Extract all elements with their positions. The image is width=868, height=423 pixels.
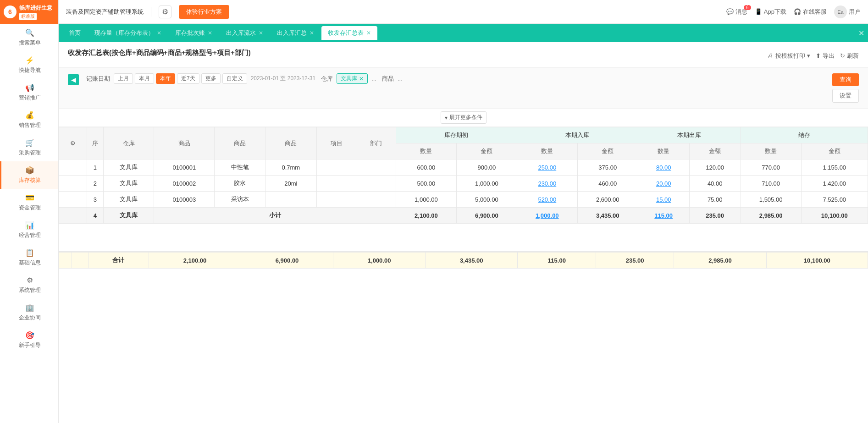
filter-warehouse-row: 仓库 文具库 ✕ ... [321, 73, 376, 84]
total-bal-amt: 10,100.00 [766, 253, 868, 269]
tab-receive-summary[interactable]: 收发存汇总表 ✕ [321, 26, 377, 40]
refresh-button[interactable]: ↻ 刷新 [840, 52, 859, 60]
inventory-icon: 📦 [25, 166, 34, 175]
row-out-qty[interactable]: 15.00 [638, 192, 689, 208]
date-btn-this-month[interactable]: 本月 [135, 73, 154, 84]
phone-icon: 📱 [755, 8, 762, 15]
goods-more-button[interactable]: ... [398, 75, 403, 82]
tab-receive-summary-label: 收发存汇总表 [328, 29, 364, 37]
sidebar-item-label: 采购管理 [19, 149, 41, 157]
refresh-icon: ↻ [840, 52, 845, 59]
sidebar-item-system[interactable]: ⚙ 系统管理 [0, 271, 58, 299]
sidebar-item-label: 营销推广 [19, 94, 41, 102]
row-in-qty[interactable]: 230.00 [517, 176, 577, 192]
row-open-qty: 500.00 [396, 176, 456, 192]
headset-icon: 🎧 [794, 8, 801, 15]
goods-label: 商品 [382, 75, 394, 83]
sidebar-item-label: 销售管理 [19, 121, 41, 129]
col-settings-header[interactable]: ⚙ [59, 127, 87, 159]
date-buttons: 上月 本月 本年 近7天 更多 自定义 [114, 73, 247, 84]
sidebar-item-label: 库存核算 [19, 176, 41, 184]
tab-home[interactable]: 首页 [62, 26, 87, 40]
sidebar-item-label: 快捷导航 [19, 66, 41, 74]
sidebar-item-inventory[interactable]: 📦 库存核算 [0, 161, 58, 189]
row-department [356, 176, 396, 192]
settings-button[interactable]: ⚙ [159, 5, 171, 18]
sidebar-item-search[interactable]: 🔍 搜索菜单 [0, 24, 58, 51]
warehouse-tag-close[interactable]: ✕ [359, 76, 364, 82]
tab-inout-summary[interactable]: 出入库汇总 ✕ [271, 26, 321, 40]
row-bal-qty: 710.00 [741, 176, 801, 192]
sidebar-item-finance[interactable]: 💳 资金管理 [0, 189, 58, 216]
total-label: 合计 [88, 253, 149, 269]
marketing-icon: 📢 [25, 83, 34, 92]
total-in-amt: 3,435.00 [426, 253, 518, 269]
tabs-close-all-button[interactable]: ✕ [858, 29, 864, 38]
row-goods-name: 采访本 [215, 192, 265, 208]
row-open-amt: 1,000.00 [456, 176, 517, 192]
filter-toggle-button[interactable]: ◀ [68, 74, 79, 85]
col-goods-code-header: 商品 [154, 127, 215, 159]
col-project-header: 项目 [316, 127, 356, 159]
date-btn-last-month[interactable]: 上月 [114, 73, 133, 84]
online-service-button[interactable]: 🎧 在线客服 [794, 8, 827, 16]
message-button[interactable]: 💬 消息 6 [726, 8, 747, 16]
column-setting-button[interactable]: 设置 [832, 89, 859, 103]
search-icon: 🔍 [25, 28, 34, 37]
sidebar-item-marketing[interactable]: 📢 营销推广 [0, 79, 58, 106]
date-btn-custom[interactable]: 自定义 [222, 73, 247, 84]
tab-close-icon[interactable]: ✕ [310, 30, 314, 36]
row-project [316, 192, 356, 208]
warehouse-label: 仓库 [321, 75, 333, 83]
tab-close-icon[interactable]: ✕ [208, 30, 212, 36]
print-button[interactable]: 🖨 按模板打印 ▾ [768, 52, 810, 60]
row-bal-amt: 1,420.00 [801, 176, 868, 192]
sidebar-item-enterprise[interactable]: 🏢 企业协同 [0, 299, 58, 326]
tab-inout-flow[interactable]: 出入库流水 ✕ [220, 26, 270, 40]
tab-close-icon[interactable]: ✕ [157, 30, 161, 36]
filter-expand-row: ▾ 展开更多条件 [59, 109, 868, 127]
col-warehouse-header: 仓库 [103, 127, 154, 159]
table-row: 2 文具库 0100002 胶水 20ml 500.00 1,000.00 23… [59, 176, 868, 192]
query-button[interactable]: 查询 [832, 73, 859, 86]
row-out-qty[interactable]: 80.00 [638, 159, 689, 176]
tab-batch-ledger[interactable]: 库存批次账 ✕ [169, 26, 219, 40]
filter-bar: ◀ 记账日期 上月 本月 本年 近7天 更多 自定义 2023-01-01 至 … [59, 68, 868, 109]
subtotal-bal-qty: 2,985.00 [741, 208, 801, 224]
sidebar-item-purchase[interactable]: 🛒 采购管理 [0, 134, 58, 161]
warehouse-more-button[interactable]: ... [371, 75, 376, 82]
app-download-button[interactable]: 📱 App下载 [755, 8, 786, 16]
date-range-text: 2023-01-01 至 2023-12-31 [251, 75, 315, 82]
subtotal-open-amt: 6,900.00 [456, 208, 517, 224]
row-department [356, 159, 396, 176]
sidebar-item-quick-nav[interactable]: ⚡ 快捷导航 [0, 51, 58, 79]
tab-close-icon[interactable]: ✕ [366, 30, 371, 36]
sidebar-item-basic-info[interactable]: 📋 基础信息 [0, 244, 58, 271]
trial-button[interactable]: 体验行业方案 [179, 5, 229, 19]
system-icon: ⚙ [27, 276, 33, 285]
row-in-qty[interactable]: 520.00 [517, 192, 577, 208]
page-toolbar: 🖨 按模板打印 ▾ ⬆ 导出 ↻ 刷新 [768, 52, 859, 60]
row-out-qty[interactable]: 20.00 [638, 176, 689, 192]
tab-close-icon[interactable]: ✕ [259, 30, 263, 36]
user-button[interactable]: Ea 用户 [834, 5, 861, 18]
sidebar-item-newbie[interactable]: 🎯 新手引导 [0, 326, 58, 354]
export-button[interactable]: ⬆ 导出 [816, 52, 835, 60]
date-btn-more[interactable]: 更多 [201, 73, 221, 84]
row-in-qty[interactable]: 250.00 [517, 159, 577, 176]
col-open-amt-header: 金额 [456, 143, 517, 159]
subtotal-label: 小计 [154, 208, 396, 224]
date-btn-7days[interactable]: 近7天 [177, 73, 199, 84]
expand-conditions-button[interactable]: ▾ 展开更多条件 [441, 111, 487, 124]
message-badge: 6 [744, 5, 751, 10]
tab-stock-dist[interactable]: 现存量（库存分布表） ✕ [88, 26, 168, 40]
row-open-qty: 600.00 [396, 159, 456, 176]
sidebar-item-operations[interactable]: 📊 经营管理 [0, 216, 58, 244]
tab-bar: 首页 现存量（库存分布表） ✕ 库存批次账 ✕ 出入库流水 ✕ 出入库汇总 ✕ … [59, 24, 868, 42]
sidebar-item-sales[interactable]: 💰 销售管理 [0, 106, 58, 134]
date-btn-this-year[interactable]: 本年 [156, 73, 175, 84]
row-out-amt: 75.00 [689, 192, 741, 208]
topbar: 装备及固定资产辅助管理系统 ⚙ 体验行业方案 💬 消息 6 📱 App下载 🎧 … [59, 0, 868, 24]
avatar: Ea [834, 5, 847, 18]
col-goods-spec-header: 商品 [265, 127, 316, 159]
